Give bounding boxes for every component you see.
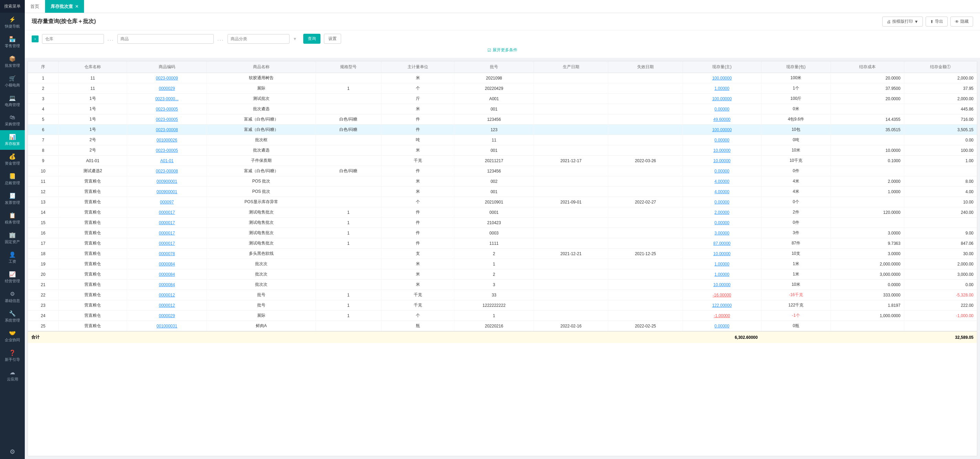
sidebar-item-purchase[interactable]: 🛍 采购管理 [0, 111, 25, 130]
warehouse-filter[interactable] [42, 34, 104, 44]
sidebar-settings[interactable]: ⚙ [0, 445, 25, 459]
footer-label: 合计 [28, 331, 682, 343]
sidebar-item-quicknav[interactable]: ⚡ 快捷导航 [0, 13, 25, 32]
table-row[interactable]: 9A01-01A01-01子件保质期千克202112172021-12-1720… [28, 156, 977, 166]
tab-close-icon[interactable]: ✕ [75, 4, 78, 9]
dots-1: ... [107, 36, 114, 42]
category-filter[interactable] [228, 34, 290, 44]
finance-icon: 💰 [9, 153, 16, 160]
category-dropdown-icon: ▼ [293, 37, 297, 41]
quicknav-icon: ⚡ [9, 16, 16, 23]
sidebar-item-fixed[interactable]: 🏢 固定资产 [0, 228, 25, 248]
sidebar-item-biz[interactable]: 📈 经营管理 [0, 268, 25, 287]
sidebar-item-invoice[interactable]: 🧾 发票管理 [0, 189, 25, 209]
col-qty-other: 现存量(包) [761, 61, 830, 73]
export-icon: ⬆ [930, 19, 934, 24]
fixed-icon: 🏢 [9, 232, 16, 238]
sidebar-item-general[interactable]: 📒 总账管理 [0, 169, 25, 189]
table-row[interactable]: 24营直粮仓0000029展际1个1-1.00000-1个1,000.0000-… [28, 311, 977, 321]
sidebar-item-finance[interactable]: 💰 资金管理 [0, 150, 25, 169]
col-spec: 规格型号 [316, 61, 381, 73]
ecom-icon: 💻 [9, 95, 16, 101]
guide-icon: ❓ [9, 349, 16, 356]
table-row[interactable]: 2110000029展际1个202204291.000001个37.950037… [28, 83, 977, 94]
purchase-icon: 🛍 [10, 114, 15, 121]
col-goods-code: 商品编码 [127, 61, 207, 73]
sidebar-item-guide[interactable]: ❓ 新手引导 [0, 346, 25, 366]
top-nav: 首页 库存批次查 ✕ [25, 0, 980, 13]
sidebar-item-sys[interactable]: 🔧 系统管理 [0, 307, 25, 327]
col-total-cost: 结存金额① [904, 61, 977, 73]
coop-icon: 🤝 [9, 330, 16, 336]
print-button[interactable]: 🖨 按模版打印 ▼ [882, 16, 923, 27]
col-prod-date: 生产日期 [533, 61, 608, 73]
table-row[interactable]: 16营直粮仓0000017测试电售批次1件00033.000003件3.0000… [28, 228, 977, 238]
filter-row: › ... ... ▼ 查询 设置 [32, 34, 973, 44]
table-row[interactable]: 82号0023-00005批次遴选米00110.0000010米10.00001… [28, 145, 977, 156]
table-row[interactable]: 25营直粮仓001000031鲜肉A瓶202202162022-02-16202… [28, 321, 977, 332]
expand-more-btn[interactable]: ☑ 展开更多条件 [487, 47, 517, 53]
sidebar-item-tax[interactable]: 📋 税务管理 [0, 209, 25, 228]
main-content: 首页 库存批次查 ✕ 现存量查询(按仓库＋批次) 🖨 按模版打印 ▼ ⬆ 导出 … [25, 0, 980, 459]
footer-qty-total: 6,302.60000 [682, 331, 761, 343]
cloud-icon: ☁ [10, 369, 15, 376]
col-qty-main: 现存量(主) [682, 61, 761, 73]
sidebar: 搜索菜单 ⚡ 快捷导航 🏪 零售管理 📦 批发管理 🛒 小额电商 💻 电商管理 … [0, 0, 25, 459]
table-row[interactable]: 10测试遴选20023-00008富减（白色/闷糖）白色/闷糖件1234560.… [28, 166, 977, 176]
sidebar-item-inventory[interactable]: 📊 库存核算 [0, 130, 25, 150]
print-dropdown-icon: ▼ [914, 19, 918, 24]
sidebar-item-mini-ecom[interactable]: 🛒 小额电商 [0, 72, 25, 91]
table-row[interactable]: 20营直粮仓0000084批次次米21.000001米3,000.00003,0… [28, 269, 977, 280]
table-row[interactable]: 41号0023-00005批次遴选米0010.000000米445.86 [28, 104, 977, 114]
table-row[interactable]: 51号0023-00005富减（白色/闷糖）白色/闷糖件12345649.600… [28, 114, 977, 125]
sys-icon: 🔧 [9, 310, 16, 317]
dots-2: ... [217, 36, 224, 42]
goods-filter[interactable] [118, 34, 214, 44]
tab-home[interactable]: 首页 [25, 0, 45, 13]
table-row[interactable]: 22营直粮仓0000012批号1千克33-16.00000-16千克333.00… [28, 290, 977, 300]
search-button[interactable]: 查询 [303, 34, 320, 44]
sidebar-item-retail[interactable]: 🏪 零售管理 [0, 32, 25, 52]
sidebar-item-wholesale[interactable]: 📦 批发管理 [0, 52, 25, 72]
sidebar-search[interactable]: 搜索菜单 [0, 0, 25, 13]
table-header-row: 序 仓库名称 商品编码 商品名称 规格型号 主计量单位 批号 生产日期 失效日期… [28, 61, 977, 73]
table-row[interactable]: 18营直粮仓0000078多头黑色软线支22021-12-212021-12-2… [28, 249, 977, 259]
table-container: 序 仓库名称 商品编码 商品名称 规格型号 主计量单位 批号 生产日期 失效日期… [27, 61, 977, 456]
table-row[interactable]: 31号0023-0000...测试批次斤A001100.00000100斤20.… [28, 94, 977, 104]
table-row[interactable]: 14营直粮仓0000017测试电售批次1件00012.000002件120.00… [28, 207, 977, 218]
table-row[interactable]: 13营直粮仓000097POS显示库存异常个202109012021-09-01… [28, 197, 977, 207]
page-title: 现存量查询(按仓库＋批次) [32, 18, 96, 25]
biz-icon: 📈 [9, 271, 16, 277]
table-row[interactable]: 72号001000026批次框吨110.000000吨0.00 [28, 135, 977, 145]
col-goods-name: 商品名称 [207, 61, 316, 73]
sidebar-item-ecom[interactable]: 💻 电商管理 [0, 91, 25, 111]
sidebar-item-coop[interactable]: 🤝 企业协同 [0, 327, 25, 346]
table-row[interactable]: 17营直粮仓0000017测试电售批次1件111187.0000087件9.73… [28, 238, 977, 249]
table-row[interactable]: 21营直粮仓0000084批次次米310.0000010米0.00000.00 [28, 280, 977, 290]
table-row[interactable]: 11营直粮仓000900001POS 批次米0024.000004米2.0000… [28, 176, 977, 186]
sidebar-item-basic[interactable]: ⚙ 基础信息 [0, 287, 25, 307]
settings-button[interactable]: 设置 [324, 34, 341, 44]
table-row[interactable]: 1110023-00009软胶通用树告米2021098100.00000100米… [28, 73, 977, 83]
col-unit-cost: 结存成本 [830, 61, 904, 73]
invoice-icon: 🧾 [9, 193, 16, 199]
inventory-icon: 📊 [9, 134, 16, 140]
table-row[interactable]: 23营直粮仓0000012批号1千克1222222222122.00000122… [28, 300, 977, 311]
filter-expand-arrow[interactable]: › [32, 35, 38, 42]
table-row[interactable]: 61号0023-00008富减（白色/闷糖）白色/闷糖件123100.00000… [28, 125, 977, 135]
col-batch: 批号 [454, 61, 534, 73]
table-row[interactable]: 15营直粮仓0000017测试电售批次1件2104230.000000件 [28, 218, 977, 228]
export-button[interactable]: ⬆ 导出 [926, 16, 948, 27]
sidebar-item-cloud[interactable]: ☁ 云应用 [0, 366, 25, 385]
table-row[interactable]: 12营直粮仓000900001POS 批次米0014.000004米1.0000… [28, 186, 977, 197]
page-header: 现存量查询(按仓库＋批次) 🖨 按模版打印 ▼ ⬆ 导出 👁 隐藏 [25, 13, 980, 30]
retail-icon: 🏪 [9, 36, 16, 42]
hr-icon: 👤 [9, 251, 16, 258]
table-row[interactable]: 19营直粮仓0000084批次次米11.000001米2,000.00002,0… [28, 259, 977, 269]
hide-button[interactable]: 👁 隐藏 [950, 16, 973, 27]
mini-ecom-icon: 🛒 [9, 75, 16, 81]
tab-inventory-batch[interactable]: 库存批次查 ✕ [45, 0, 84, 13]
sidebar-item-hr[interactable]: 👤 工资 [0, 248, 25, 268]
col-unit: 主计量单位 [381, 61, 454, 73]
col-warehouse: 仓库名称 [59, 61, 127, 73]
